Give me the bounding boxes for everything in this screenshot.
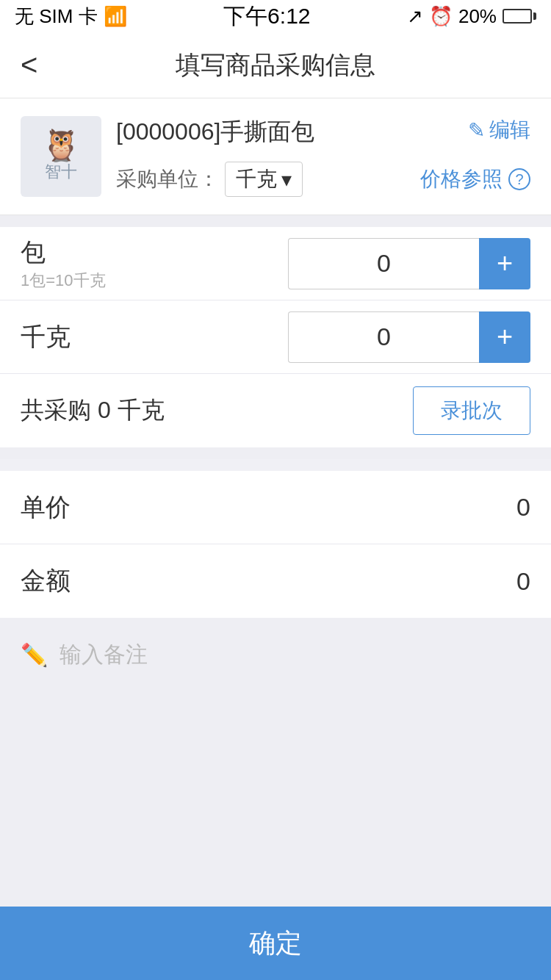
alarm-icon: ⏰ <box>429 5 453 28</box>
batch-button[interactable]: 录批次 <box>413 386 530 435</box>
bao-value: 0 <box>377 249 391 278</box>
input-section: 包 1包=10千克 0 + 千克 0 + 共采购 <box>0 227 551 447</box>
amount-row: 金额 0 <box>0 544 551 618</box>
unit-select[interactable]: 千克 ▾ <box>225 162 303 197</box>
bao-label-group: 包 1包=10千克 <box>21 236 109 292</box>
product-name: [0000006]手撕面包 <box>116 116 314 148</box>
info-icon: ? <box>508 168 530 190</box>
bao-input[interactable]: 0 <box>288 238 479 289</box>
batch-label: 录批次 <box>441 397 503 425</box>
status-left: 无 SIM 卡 📶 <box>15 4 127 29</box>
confirm-button[interactable]: 确定 <box>0 907 551 980</box>
product-thumbnail: 🦉 智十 <box>21 116 101 197</box>
bao-input-right: 0 + <box>109 238 530 289</box>
amount-value: 0 <box>516 567 530 596</box>
battery-icon <box>503 9 536 24</box>
status-bar: 无 SIM 卡 📶 下午6:12 ↗ ⏰ 20% <box>0 0 551 32</box>
bao-main-label: 包 <box>21 236 109 270</box>
section-divider-2 <box>0 447 551 459</box>
unit-label: 采购单位： <box>116 165 219 193</box>
section-divider-1 <box>0 215 551 227</box>
page-title: 填写商品采购信息 <box>176 48 375 82</box>
back-button[interactable]: < <box>21 48 37 82</box>
notes-placeholder: 输入备注 <box>60 640 148 670</box>
qianke-value: 0 <box>377 323 391 351</box>
location-icon: ↗ <box>407 5 423 28</box>
unit-price-label: 单价 <box>21 491 71 525</box>
price-ref-label: 价格参照 <box>420 165 503 193</box>
price-section: 单价 0 金额 0 <box>0 471 551 618</box>
wifi-icon: 📶 <box>104 5 127 28</box>
nav-bar: < 填写商品采购信息 <box>0 32 551 98</box>
qianke-input-right: 0 + <box>109 311 530 363</box>
qianke-label-group: 千克 <box>21 320 109 354</box>
edit-label: 编辑 <box>489 116 530 144</box>
qianke-plus-button[interactable]: + <box>479 311 530 363</box>
product-logo-icon: 🦉 <box>42 130 80 161</box>
pencil-icon: ✏️ <box>21 642 48 668</box>
product-card: 🦉 智十 [0000006]手撕面包 ✎ 编辑 采购单位： 千克 ▾ <box>0 98 551 215</box>
qianke-input[interactable]: 0 <box>288 311 479 363</box>
status-time: 下午6:12 <box>223 1 310 32</box>
bao-plus-button[interactable]: + <box>479 238 530 289</box>
unit-price-value: 0 <box>516 493 530 522</box>
edit-icon: ✎ <box>468 118 485 143</box>
product-top-row: [0000006]手撕面包 ✎ 编辑 <box>116 116 530 148</box>
amount-label: 金额 <box>21 564 71 598</box>
summary-text: 共采购 0 千克 <box>21 394 165 427</box>
summary-row: 共采购 0 千克 录批次 <box>0 374 551 447</box>
carrier-text: 无 SIM 卡 <box>15 4 98 29</box>
edit-button[interactable]: ✎ 编辑 <box>468 116 530 144</box>
bao-sub-label: 1包=10千克 <box>21 270 109 292</box>
product-logo-text: 智十 <box>45 161 77 183</box>
unit-price-row: 单价 0 <box>0 471 551 544</box>
battery-percent: 20% <box>458 5 497 28</box>
confirm-label: 确定 <box>249 926 302 962</box>
chevron-down-icon: ▾ <box>281 167 292 192</box>
price-ref-button[interactable]: 价格参照 ? <box>420 165 530 193</box>
product-unit-row: 采购单位： 千克 ▾ 价格参照 ? <box>116 162 530 197</box>
unit-value: 千克 <box>236 165 277 193</box>
qianke-main-label: 千克 <box>21 320 109 354</box>
notes-section[interactable]: ✏️ 输入备注 <box>0 618 551 691</box>
qianke-input-row: 千克 0 + <box>0 300 551 374</box>
product-info: [0000006]手撕面包 ✎ 编辑 采购单位： 千克 ▾ 价格参照 ? <box>116 116 530 197</box>
status-right: ↗ ⏰ 20% <box>407 5 536 28</box>
empty-space <box>0 691 551 912</box>
bao-input-row: 包 1包=10千克 0 + <box>0 227 551 300</box>
